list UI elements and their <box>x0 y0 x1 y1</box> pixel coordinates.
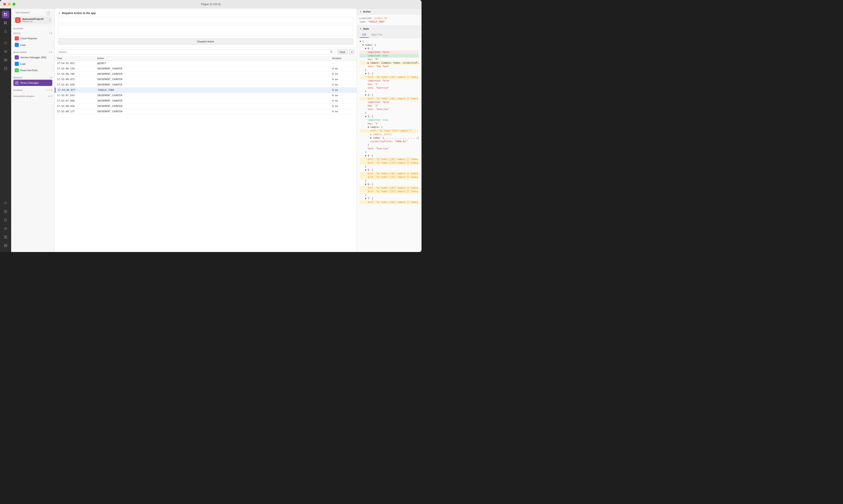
table-row[interactable]: 17:55:00.872 INCREMENT_COUNTER 0 ms <box>55 77 357 82</box>
dispatch-action-input[interactable] <box>58 17 353 23</box>
diff-line: } <box>359 193 419 197</box>
cell-action: INCREMENT_COUNTER <box>97 110 332 113</box>
device-section: Device 2 ▾ ! Crash Reporter → Logs <box>11 30 54 49</box>
app-inspect-icon[interactable] <box>2 11 10 18</box>
device-section-header[interactable]: Device 2 ▾ <box>13 32 52 34</box>
state-chevron-icon: ▼ <box>359 28 362 30</box>
action-section-header[interactable]: ▼ Action <box>357 8 421 15</box>
plugin-item-react-devtools[interactable]: ⚛ React DevTools <box>13 67 52 73</box>
right-panel: ▼ Action ▶payload: {index: 0} type: "TOG… <box>357 8 421 252</box>
cell-duration: 0 ms <box>332 67 354 70</box>
crash-reporter-label: Crash Reporter <box>20 37 37 40</box>
bell-icon[interactable] <box>2 28 10 35</box>
table-row-selected[interactable]: 17:55:05.877 TOGGLE_TODO 0 ms <box>55 88 357 93</box>
grid-icon[interactable] <box>2 19 10 27</box>
diff-line: $ref: "$['todos'][0]['sample']" <box>359 129 419 132</box>
enabled-count: 1 <box>49 76 50 79</box>
layout2-icon[interactable] <box>2 233 10 241</box>
table-row[interactable]: 17:55:08.177 INCREMENT_COUNTER 0 ms <box>55 109 357 114</box>
disabled-section-title: Disabled <box>13 89 23 91</box>
diff-line: ▶ sample: {$ref} <box>359 132 419 136</box>
diff-line: completed: false <box>359 101 419 104</box>
search-container: | <box>57 50 336 55</box>
device-icon <box>15 17 20 23</box>
settings-icon[interactable] <box>2 225 10 232</box>
table-row[interactable]: 17:55:00.139 INCREMENT_COUNTER 0 ms <box>55 66 357 71</box>
diff-line: text: "Exercise" <box>359 147 419 150</box>
unavailable-section: Unavailable plugins 11 ▾ <box>11 93 54 99</box>
table-row[interactable]: 17:55:08.026 INCREMENT_COUNTER 0 ms <box>55 104 357 109</box>
cell-time: 17:55:00.705 <box>57 73 97 75</box>
diff-line: key: "3" <box>359 122 419 125</box>
svg-rect-24 <box>4 244 7 245</box>
cell-time: 17:55:07.860 <box>57 99 97 102</box>
layout-icon[interactable] <box>2 65 10 72</box>
tab-state-tree[interactable]: State Tree <box>369 32 385 38</box>
diff-line: } <box>359 68 419 72</box>
plugins-section-title: PLUGINS <box>13 28 23 30</box>
actions-section: | Clear ≡ Time Action Duration 17:54:55.… <box>55 48 357 252</box>
table-row[interactable]: 17:54:55.851 @@INIT - <box>55 61 357 66</box>
info-icon[interactable]: i <box>47 12 50 15</box>
plugin-item-logs-rn[interactable]: → Logs <box>13 61 52 67</box>
svg-rect-7 <box>5 23 7 24</box>
disabled-section-header[interactable]: Disabled 3 ⚠ ▾ <box>13 89 52 91</box>
close-button[interactable] <box>3 3 6 5</box>
search-divider: | <box>333 51 334 53</box>
main-content: ▼ Dispatch Action to the app Dispatch Ac… <box>55 8 357 252</box>
plugin-item-crash-reporter[interactable]: ! Crash Reporter <box>13 35 52 41</box>
diff-line: ▼ 2: { <box>359 93 419 97</box>
cell-action: INCREMENT_COUNTER <box>97 105 332 108</box>
screenshot-icon[interactable] <box>2 56 10 64</box>
help-icon[interactable]: ? <box>2 216 10 224</box>
tab-diff[interactable]: Diff <box>359 32 369 38</box>
state-tabs: Diff State Tree <box>357 32 421 38</box>
minimize-button[interactable] <box>8 3 11 5</box>
svg-point-13 <box>5 59 6 61</box>
diff-line: $ref: "$['todos'][0]['sample']['todos'][… <box>359 158 419 161</box>
cell-time: 17:55:08.026 <box>57 105 97 108</box>
doctor-icon[interactable] <box>2 208 10 215</box>
maximize-button[interactable] <box>13 3 15 5</box>
react-native-section-title: React Native <box>13 51 27 53</box>
clear-button[interactable]: Clear <box>337 49 348 55</box>
payload-expand-icon[interactable]: ▶ <box>359 17 361 19</box>
plugin-item-logs-device[interactable]: → Logs <box>13 42 52 48</box>
notification-bottom-icon[interactable] <box>2 199 10 207</box>
actions-menu-button[interactable]: ≡ <box>349 49 354 55</box>
state-section-header[interactable]: ▼ State <box>357 26 421 32</box>
table-row[interactable]: 17:55:00.705 INCREMENT_COUNTER 0 ms <box>55 71 357 77</box>
diff-line: $ref: "$['todos'][0]['sample']['todos'][… <box>359 186 419 190</box>
dispatch-action-button[interactable]: Dispatch Action <box>58 38 353 44</box>
svg-rect-22 <box>4 236 5 238</box>
list-icon[interactable] <box>2 48 10 55</box>
diff-line: completed: false <box>359 79 419 83</box>
plugin-item-redux-debugger[interactable]: Redux Debugger <box>13 80 52 86</box>
dispatch-payload-textarea[interactable] <box>58 25 353 36</box>
refresh-icon[interactable] <box>2 39 10 47</box>
diff-line: completed: false <box>359 51 419 54</box>
cell-action: INCREMENT_COUNTER <box>97 94 332 97</box>
search-icon <box>330 51 333 54</box>
enabled-section-header[interactable]: Enabled 1 ▾ <box>13 76 52 79</box>
table-row[interactable]: 17:55:07.693 INCREMENT_COUNTER 0 ms <box>55 93 357 98</box>
dispatch-header: ▼ Dispatch Action to the app <box>58 12 353 15</box>
svg-rect-3 <box>6 15 7 16</box>
state-diff-content: ▼ {▼ todos: {▼ 0: {completed: falsecompl… <box>357 38 421 252</box>
react-native-section-header[interactable]: React Native 3 ▾ <box>13 51 52 53</box>
dispatch-chevron: ▼ <box>58 12 60 15</box>
cell-time: 17:55:07.693 <box>57 94 97 97</box>
search-input[interactable] <box>58 51 329 53</box>
diff-line: visibilityFilter: "SHOW_ALL" <box>359 140 419 143</box>
device-selector[interactable]: AwesomeProject3 iPhone 12 ▾ <box>13 17 52 24</box>
svg-rect-4 <box>4 21 5 22</box>
layout3-icon[interactable] <box>2 242 10 249</box>
state-section-title: State <box>363 28 369 30</box>
unavailable-section-header[interactable]: Unavailable plugins 11 ▾ <box>13 95 52 97</box>
table-row[interactable]: 17:55:01.038 INCREMENT_COUNTER 0 ms <box>55 82 357 88</box>
diff-line: $ref: "$['todos'][0]['sample']['todos'][… <box>359 172 419 176</box>
redux-debugger-label: Redux Debugger <box>20 82 39 84</box>
plugin-item-hermes[interactable]: </> Hermes Debugger (RN) <box>13 54 52 60</box>
table-row[interactable]: 17:55:07.860 INCREMENT_COUNTER 0 ms <box>55 98 357 104</box>
titlebar: Flipper (0.100.0) <box>0 0 421 8</box>
